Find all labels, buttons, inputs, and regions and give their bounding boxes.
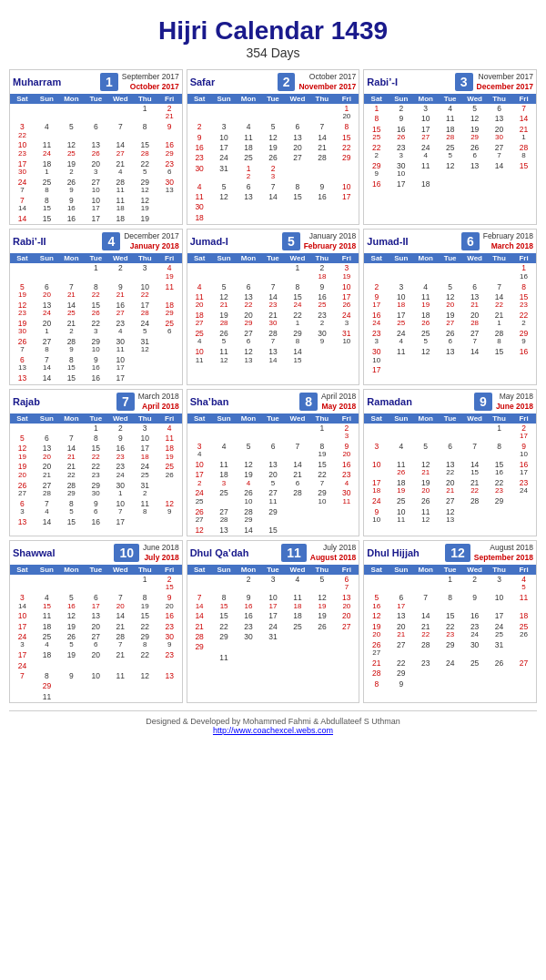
month-num-3: 3	[455, 73, 473, 91]
month-num-11: 11	[281, 544, 307, 562]
month-shaban: Sha’ban 8 April 2018 May 2018 SatSunMonT…	[187, 389, 360, 536]
month-rabi-i: Rabi’-I 3 November 2017 December 2017 Sa…	[363, 69, 537, 225]
month-num-8: 8	[299, 393, 318, 411]
month-muharram: Muharram 1 September 2017 October 2017 S…	[9, 69, 183, 225]
footer-link[interactable]: http://www.coachexcel.webs.com	[213, 726, 333, 735]
month-jumad-ii: Jumad-II 6 February 2018 March 2018 SatS…	[363, 229, 537, 384]
month-dhul-qadah: Dhul Qa’dah 11 July 2018 August 2018 Sat…	[187, 540, 360, 703]
month-rabi-ii: Rabi’-II 4 December 2017 January 2018 Sa…	[9, 229, 183, 384]
month-num-6: 6	[461, 232, 480, 250]
month-name-2: Safar	[190, 77, 274, 87]
month-num-1: 1	[100, 73, 118, 91]
month-num-5: 5	[282, 232, 300, 250]
month-name-10: Shawwal	[13, 547, 110, 558]
month-safar: Safar 2 October 2017 November 2017 SatSu…	[187, 69, 360, 225]
month-name-6: Jumad-II	[367, 236, 458, 247]
month-name-7: Rajab	[13, 396, 113, 407]
month-shawwal: Shawwal 10 June 2018 July 2018 SatSunMon…	[9, 540, 183, 703]
month-dhul-hijjah: Dhul Hijjah 12 August 2018 September 201…	[363, 540, 537, 703]
month-name-3: Rabi’-I	[367, 77, 450, 87]
month-name-11: Dhul Qa’dah	[190, 547, 278, 558]
month-name-9: Ramadan	[367, 396, 470, 407]
month-name-4: Rabi’-II	[13, 236, 98, 247]
footer-text: Designed & Developed by Mohammed Fahmi &…	[9, 717, 537, 726]
main-title: Hijri Calendar 1439	[9, 16, 537, 46]
month-jumad-i: Jumad-I 5 January 2018 February 2018 Sat…	[187, 229, 360, 384]
subtitle: 354 Days	[9, 46, 537, 60]
month-num-12: 12	[445, 544, 470, 562]
month-name-5: Jumad-I	[190, 236, 278, 247]
footer: Designed & Developed by Mohammed Fahmi &…	[9, 710, 537, 735]
month-num-4: 4	[102, 232, 120, 250]
month-ramadan: Ramadan 9 May 2018 June 2018 SatSunMonTu…	[363, 389, 537, 536]
month-name-1: Muharram	[13, 77, 96, 87]
month-name-8: Sha’ban	[190, 396, 297, 407]
month-num-9: 9	[474, 393, 492, 411]
month-num-2: 2	[278, 73, 296, 91]
month-num-7: 7	[116, 393, 135, 411]
month-name-12: Dhul Hijjah	[367, 547, 441, 558]
month-num-10: 10	[114, 544, 139, 562]
month-rajab: Rajab 7 March 2018 April 2018 SatSunMonT…	[9, 389, 183, 536]
